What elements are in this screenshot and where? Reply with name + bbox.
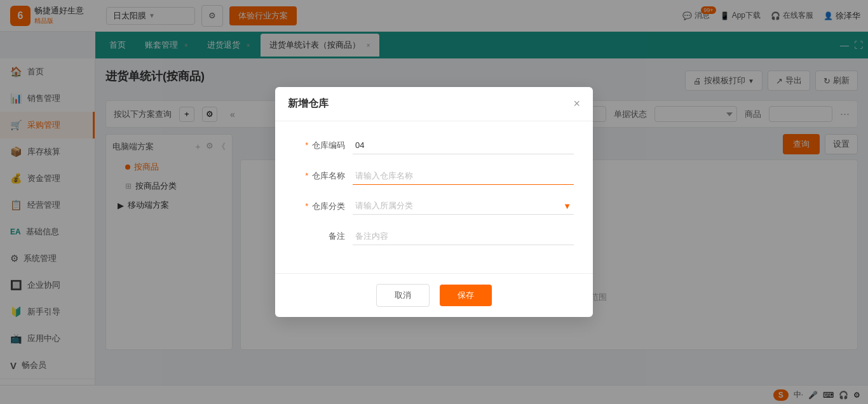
category-label: * 仓库分类 [294, 201, 345, 212]
code-label: * 仓库编码 [294, 140, 345, 151]
category-arrow-icon: ▼ [563, 201, 571, 211]
save-button[interactable]: 保存 [440, 285, 492, 306]
modal-footer: 取消 保存 [275, 273, 593, 317]
warehouse-code-input[interactable] [353, 137, 574, 154]
modal-dialog: 新增仓库 × * 仓库编码 * 仓库名称 [275, 87, 593, 317]
modal-overlay[interactable]: 新增仓库 × * 仓库编码 * 仓库名称 [0, 0, 868, 404]
form-row-code: * 仓库编码 [294, 137, 574, 154]
form-row-note: 备注 [294, 227, 574, 245]
cancel-button[interactable]: 取消 [376, 284, 430, 307]
form-row-category: * 仓库分类 请输入所属分类 ▼ [294, 198, 574, 215]
modal-header: 新增仓库 × [275, 87, 593, 121]
category-placeholder: 请输入所属分类 [355, 200, 563, 212]
modal-close-button[interactable]: × [573, 97, 580, 111]
note-label: 备注 [294, 231, 345, 242]
name-label: * 仓库名称 [294, 170, 345, 182]
modal-body: * 仓库编码 * 仓库名称 * 仓库分类 请输入所属 [275, 121, 593, 273]
form-row-name: * 仓库名称 [294, 167, 574, 185]
warehouse-note-input[interactable] [353, 227, 574, 245]
category-select[interactable]: 请输入所属分类 ▼ [353, 198, 574, 215]
warehouse-name-input[interactable] [353, 167, 574, 185]
modal-title: 新增仓库 [288, 97, 329, 111]
